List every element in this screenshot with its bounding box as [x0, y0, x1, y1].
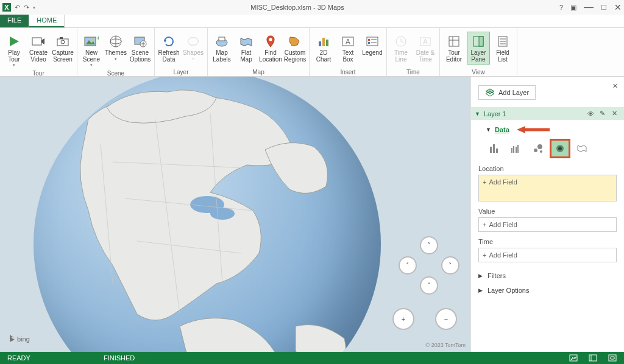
- visualization-types: [478, 137, 617, 163]
- scene-options-button[interactable]: Scene Options: [129, 32, 152, 65]
- tab-bar: FILE HOME: [0, 15, 624, 28]
- chart-icon: [315, 33, 332, 49]
- tab-home[interactable]: HOME: [29, 15, 65, 27]
- svg-marker-4: [41, 38, 44, 44]
- delete-layer-icon[interactable]: ✕: [612, 110, 620, 117]
- main-area: bing © 2023 TomTom ˄ ˂ ˃ ˅ + − ✕ Add Lay…: [0, 77, 624, 352]
- video-icon: [30, 33, 47, 49]
- refresh-data-button[interactable]: Refresh Data: [157, 32, 180, 65]
- restore-icon[interactable]: ▣: [570, 4, 576, 12]
- svg-point-64: [540, 150, 542, 153]
- svg-point-10: [92, 38, 94, 41]
- layer-pane-icon: [470, 33, 487, 49]
- create-video-button[interactable]: Create Video: [27, 32, 50, 65]
- svg-line-35: [401, 41, 403, 43]
- time-add-field[interactable]: +Add Field: [478, 248, 617, 262]
- chevron-down-icon: ˅: [427, 282, 431, 290]
- svg-rect-57: [496, 149, 498, 153]
- map-viewport[interactable]: bing © 2023 TomTom ˄ ˂ ˃ ˅ + −: [0, 77, 470, 352]
- bubble-icon: [533, 143, 544, 154]
- pan-up-button[interactable]: ˄: [420, 236, 438, 254]
- location-section: Location +Add Field: [478, 165, 617, 201]
- tour-editor-button[interactable]: Tour Editor: [442, 32, 466, 65]
- minimize-icon[interactable]: —: [584, 2, 594, 13]
- data-section-header[interactable]: ▼ Data: [478, 120, 617, 137]
- flat-map-button[interactable]: Flat Map: [235, 32, 258, 65]
- undo-icon[interactable]: ↶: [15, 4, 20, 12]
- themes-button[interactable]: Themes▾: [104, 32, 127, 63]
- location-add-field[interactable]: +Add Field: [478, 175, 617, 201]
- map-labels-button[interactable]: Map Labels: [210, 32, 233, 65]
- svg-rect-29: [368, 39, 370, 41]
- redo-icon[interactable]: ↷: [24, 4, 29, 12]
- add-layer-button[interactable]: Add Layer: [478, 85, 536, 100]
- viz-bubble-button[interactable]: [530, 141, 547, 156]
- layer-pane: ✕ Add Layer ▼ Layer 1 👁 ✎ ✕ ▼ Data Locat…: [470, 77, 624, 352]
- svg-marker-2: [10, 37, 19, 46]
- pan-right-button[interactable]: ˃: [441, 256, 459, 275]
- svg-rect-71: [609, 355, 616, 361]
- plus-icon: +: [483, 221, 486, 228]
- find-location-button[interactable]: Find Location: [259, 32, 282, 65]
- rename-icon[interactable]: ✎: [600, 110, 608, 117]
- status-icon-1[interactable]: [569, 354, 578, 362]
- plus-icon: +: [483, 251, 486, 259]
- layer-options-section[interactable]: ▶Layer Options: [478, 283, 617, 298]
- svg-rect-30: [368, 42, 370, 44]
- play-tour-button[interactable]: Play Tour▾: [2, 32, 26, 69]
- plus-icon: +: [402, 315, 405, 323]
- collapse-icon[interactable]: ▼: [475, 111, 480, 117]
- pan-left-button[interactable]: ˂: [399, 256, 417, 275]
- svg-point-66: [558, 147, 562, 150]
- 2d-chart-button[interactable]: 2D Chart: [312, 32, 335, 65]
- status-finished: FINISHED: [104, 354, 135, 362]
- close-pane-button[interactable]: ✕: [612, 80, 618, 90]
- maximize-icon[interactable]: ☐: [601, 4, 607, 12]
- expand-icon: ▶: [478, 273, 483, 279]
- pan-down-button[interactable]: ˅: [420, 276, 438, 295]
- visibility-icon[interactable]: 👁: [587, 110, 596, 117]
- svg-rect-38: [449, 37, 459, 46]
- timeline-icon: [392, 33, 410, 49]
- new-scene-button[interactable]: +New Scene▾: [80, 32, 103, 69]
- bing-logo: bing: [9, 335, 30, 343]
- svg-marker-54: [517, 126, 525, 133]
- custom-regions-button[interactable]: Custom Regions: [283, 32, 307, 65]
- play-icon: [5, 33, 23, 49]
- legend-button[interactable]: Legend: [361, 32, 384, 58]
- editor-icon: [445, 33, 463, 49]
- status-icon-2[interactable]: [589, 354, 597, 362]
- zoom-out-button[interactable]: −: [435, 308, 457, 330]
- field-list-icon: [494, 33, 511, 49]
- shapes-icon: [185, 33, 202, 49]
- text-box-button[interactable]: AText Box: [336, 32, 360, 65]
- close-icon[interactable]: ✕: [614, 2, 622, 12]
- capture-screen-button[interactable]: Capture Screen: [51, 32, 74, 65]
- svg-text:A: A: [423, 38, 428, 45]
- field-list-button[interactable]: Field List: [491, 32, 514, 65]
- tab-file[interactable]: FILE: [0, 15, 29, 27]
- legend-icon: [364, 33, 381, 49]
- viz-region-button[interactable]: [573, 141, 590, 156]
- time-section: Time +Add Field: [478, 238, 617, 262]
- svg-rect-61: [517, 145, 519, 153]
- help-icon[interactable]: ?: [559, 4, 563, 11]
- status-icon-3[interactable]: [608, 354, 617, 362]
- filters-section[interactable]: ▶Filters: [478, 268, 617, 283]
- layer-pane-button[interactable]: Layer Pane: [467, 32, 490, 65]
- viz-heatmap-button[interactable]: [551, 141, 569, 156]
- value-add-field[interactable]: +Add Field: [478, 217, 617, 232]
- globe: [34, 77, 381, 352]
- viz-stacked-column-button[interactable]: [486, 141, 503, 156]
- region-icon: [576, 144, 587, 153]
- pan-controls: ˄ ˂ ˃ ˅: [399, 236, 459, 297]
- close-icon: ✕: [612, 82, 618, 89]
- pin-icon: [262, 33, 279, 49]
- svg-rect-58: [511, 148, 512, 153]
- zoom-in-button[interactable]: +: [392, 308, 414, 330]
- options-icon: [132, 33, 149, 49]
- status-ready: READY: [7, 354, 30, 362]
- layer-header[interactable]: ▼ Layer 1 👁 ✎ ✕: [471, 107, 624, 120]
- viz-clustered-column-button[interactable]: [508, 141, 525, 156]
- svg-rect-3: [32, 38, 41, 45]
